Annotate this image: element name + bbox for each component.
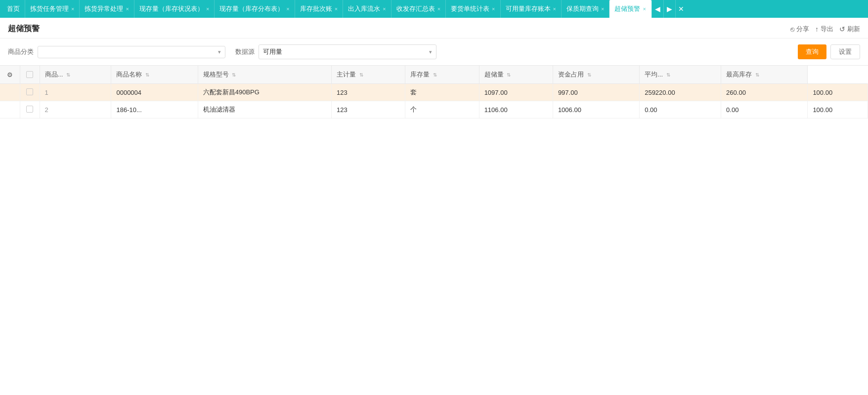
sort-stock-icon: ⇅ <box>433 72 437 78</box>
nav-close-all-arrow[interactable]: ✕ <box>675 0 687 18</box>
row-max-stock: 100.00 <box>808 84 868 101</box>
close-task-mgmt[interactable]: × <box>71 6 74 12</box>
sort-product-code-icon: ⇅ <box>66 72 70 78</box>
share-icon: ⎋ <box>790 25 794 33</box>
col-max-stock[interactable]: 最高库存 ⇅ <box>721 66 808 84</box>
nav-label-stock-dist: 现存量（库存分布表） <box>219 4 284 13</box>
nav-item-task-mgmt[interactable]: 拣货任务管理 × <box>25 0 80 18</box>
col-spec-label: 规格型号 <box>203 71 229 78</box>
nav-item-order-stats[interactable]: 要货单统计表 × <box>446 0 500 18</box>
col-max-stock-label: 最高库存 <box>726 71 752 78</box>
export-icon: ↑ <box>815 25 819 33</box>
sort-max-stock-icon: ⇅ <box>755 72 759 78</box>
row-checkbox[interactable] <box>26 88 33 95</box>
nav-item-stock-dist[interactable]: 现存量（库存分布表） × <box>215 0 295 18</box>
table-container: ⚙ 商品... ⇅ 商品名称 ⇅ <box>0 65 868 118</box>
close-overstock-warning[interactable]: × <box>643 6 646 12</box>
sort-capital-icon: ⇅ <box>587 72 591 78</box>
nav-item-batch[interactable]: 库存批次账 × <box>295 0 343 18</box>
col-overstock[interactable]: 超储量 ⇅ <box>479 66 553 84</box>
filter-category-group: 商品分类 ▾ <box>8 46 225 58</box>
nav-item-abnormal[interactable]: 拣货异常处理 × <box>80 0 134 18</box>
col-product-code-label: 商品... <box>45 71 63 78</box>
refresh-button[interactable]: ↺ 刷新 <box>839 25 860 34</box>
nav-item-collect-summary[interactable]: 收发存汇总表 × <box>391 0 446 18</box>
row-avg: 0.00 <box>721 101 808 118</box>
close-abnormal[interactable]: × <box>126 6 129 12</box>
export-label: 导出 <box>821 25 833 34</box>
nav-prev-arrow[interactable]: ◀ <box>651 0 663 18</box>
col-capital-label: 资金占用 <box>558 71 584 78</box>
table-row: 1 0000004 六配套新昌490BPG 123 套 1097.00 997.… <box>0 84 868 101</box>
nav-item-stock-status[interactable]: 现存量（库存状况表） × <box>134 0 215 18</box>
nav-item-home[interactable]: 首页 <box>2 0 25 18</box>
close-available-ledger[interactable]: × <box>553 6 556 12</box>
table-header-row: ⚙ 商品... ⇅ 商品名称 ⇅ <box>0 66 868 84</box>
row-checkbox-cell[interactable] <box>20 84 40 101</box>
setting-button[interactable]: 设置 <box>830 44 860 59</box>
nav-label-overstock-warning: 超储预警 <box>614 4 640 13</box>
sort-overstock-icon: ⇅ <box>507 72 511 78</box>
row-avg: 260.00 <box>721 84 808 101</box>
nav-item-available-ledger[interactable]: 可用量库存账本 × <box>501 0 562 18</box>
close-stock-status[interactable]: × <box>206 6 209 12</box>
row-capital: 259220.00 <box>640 84 721 101</box>
table-body: 1 0000004 六配套新昌490BPG 123 套 1097.00 997.… <box>0 84 868 118</box>
col-product-name[interactable]: 商品名称 ⇅ <box>111 66 198 84</box>
col-product-code[interactable]: 商品... ⇅ <box>40 66 111 84</box>
share-label: 分享 <box>796 25 809 34</box>
nav-item-quality-check[interactable]: 保质期查询 × <box>562 0 609 18</box>
close-order-stats[interactable]: × <box>492 6 495 12</box>
select-all-checkbox[interactable] <box>26 71 33 78</box>
row-product-name: 机油滤清器 <box>198 101 331 118</box>
nav-label-task-mgmt: 拣货任务管理 <box>30 4 69 13</box>
row-no: 2 <box>40 101 111 118</box>
col-overstock-label: 超储量 <box>484 71 504 78</box>
col-avg-label: 平均... <box>645 71 663 78</box>
share-button[interactable]: ⎋ 分享 <box>790 25 809 34</box>
col-capital[interactable]: 资金占用 ⇅ <box>553 66 639 84</box>
query-button[interactable]: 查询 <box>798 44 826 59</box>
page-content: 超储预警 ⎋ 分享 ↑ 导出 ↺ 刷新 商品分类 ▾ 数据源 <box>0 18 868 395</box>
nav-item-inout-flow[interactable]: 出入库流水 × <box>343 0 391 18</box>
col-unit[interactable]: 主计量 ⇅ <box>332 66 405 84</box>
col-checkbox[interactable] <box>20 66 40 84</box>
filter-category-label: 商品分类 <box>8 47 34 56</box>
gear-icon: ⚙ <box>7 71 13 79</box>
col-spec[interactable]: 规格型号 ⇅ <box>198 66 331 84</box>
col-stock-label: 库存量 <box>410 71 430 78</box>
close-inout-flow[interactable]: × <box>383 6 386 12</box>
export-button[interactable]: ↑ 导出 <box>815 25 833 34</box>
col-avg[interactable]: 平均... ⇅ <box>640 66 721 84</box>
nav-label-order-stats: 要货单统计表 <box>451 4 489 13</box>
row-spec: 123 <box>332 84 405 101</box>
nav-label-inout-flow: 出入库流水 <box>348 4 380 13</box>
col-stock[interactable]: 库存量 ⇅ <box>405 66 479 84</box>
filter-datasource-select[interactable]: 可用量 ▾ <box>259 44 436 59</box>
row-overstock: 1006.00 <box>553 101 639 118</box>
close-stock-dist[interactable]: × <box>286 6 289 12</box>
page-header: 超储预警 ⎋ 分享 ↑ 导出 ↺ 刷新 <box>0 18 868 39</box>
row-product-name: 六配套新昌490BPG <box>198 84 331 101</box>
table-row: 2 186-10... 机油滤清器 123 个 1106.00 1006.00 … <box>0 101 868 118</box>
close-batch[interactable]: × <box>335 6 338 12</box>
nav-item-overstock-warning[interactable]: 超储预警 × <box>609 0 651 18</box>
nav-label-quality-check: 保质期查询 <box>566 4 599 13</box>
col-unit-label: 主计量 <box>337 71 356 78</box>
col-gear[interactable]: ⚙ <box>0 66 20 84</box>
filter-category-select[interactable]: ▾ <box>38 46 225 58</box>
action-buttons: 查询 设置 <box>798 44 860 59</box>
row-checkbox-cell[interactable] <box>20 101 40 118</box>
row-unit: 个 <box>405 101 479 118</box>
header-actions: ⎋ 分享 ↑ 导出 ↺ 刷新 <box>790 25 860 34</box>
row-product-code: 186-10... <box>111 101 198 118</box>
row-stock: 1097.00 <box>479 84 553 101</box>
filter-bar: 商品分类 ▾ 数据源 可用量 ▾ 查询 设置 <box>0 39 868 65</box>
close-collect-summary[interactable]: × <box>437 6 440 12</box>
top-nav: 首页 拣货任务管理 × 拣货异常处理 × 现存量（库存状况表） × 现存量（库存… <box>0 0 868 18</box>
row-max-stock: 100.00 <box>808 101 868 118</box>
row-checkbox[interactable] <box>26 106 33 113</box>
nav-label-stock-status: 现存量（库存状况表） <box>139 4 204 13</box>
nav-next-arrow[interactable]: ▶ <box>663 0 675 18</box>
close-quality-check[interactable]: × <box>601 6 604 12</box>
